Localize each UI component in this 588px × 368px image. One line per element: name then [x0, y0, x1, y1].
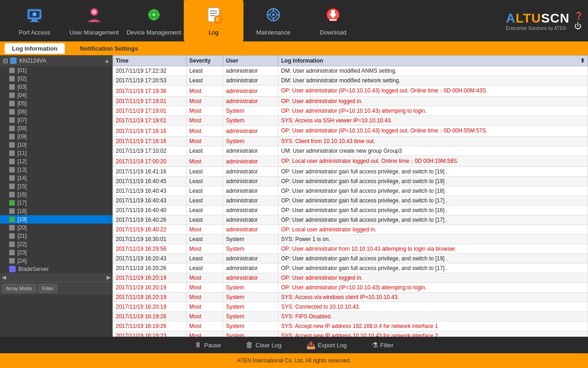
- table-row[interactable]: 2017/11/19 17:19:36 Most administrator O…: [113, 86, 588, 97]
- table-row[interactable]: 2017/11/19 17:00:20 Most administrator O…: [113, 156, 588, 167]
- cell-time: 2017/11/19 17:19:01: [113, 97, 187, 106]
- cell-severity: Least: [187, 167, 223, 177]
- table-row[interactable]: 2017/11/19 17:19:01 Most System OP: User…: [113, 106, 588, 116]
- cell-info: SYS: Client from 10.10.10.43 time out.: [278, 137, 588, 146]
- nav-port-access[interactable]: Port Access: [5, 0, 64, 41]
- sidebar-item-08[interactable]: [08]: [0, 124, 113, 132]
- tab-notification-settings[interactable]: Notification Settings: [73, 43, 145, 54]
- table-row[interactable]: 2017/11/19 16:40:40 Least administrator …: [113, 206, 588, 215]
- tab-log-information[interactable]: Log Information: [5, 43, 65, 54]
- table-row[interactable]: 2017/11/19 16:19:23 Most System SYS: Acc…: [113, 331, 588, 337]
- table-row[interactable]: 2017/11/19 16:19:26 Most System SYS: Acc…: [113, 322, 588, 331]
- filter-button[interactable]: ⚗ Filter: [366, 339, 399, 351]
- table-row[interactable]: 2017/11/19 16:40:43 Least administrator …: [113, 186, 588, 196]
- cell-severity: Most: [187, 97, 223, 106]
- sidebar-item-23[interactable]: [23]: [0, 248, 113, 257]
- table-row[interactable]: 2017/11/19 16:20:19 Most System SYS: Con…: [113, 302, 588, 312]
- sidebar-item-09[interactable]: [09]: [0, 132, 113, 141]
- cell-severity: Most: [187, 116, 223, 126]
- sidebar-scroll-up[interactable]: ▲: [104, 58, 110, 64]
- sidebar-item-12[interactable]: [12]: [0, 157, 113, 166]
- maintenance-icon: [264, 6, 283, 27]
- port-icon: [9, 126, 15, 131]
- sidebar-item-10[interactable]: [10]: [0, 141, 113, 149]
- sidebar-item-22[interactable]: [22]: [0, 240, 113, 248]
- table-row[interactable]: 2017/11/19 16:20:19 Most System OP: User…: [113, 283, 588, 293]
- help-icon[interactable]: ❓: [574, 12, 583, 20]
- sidebar-item-16[interactable]: [16]: [0, 190, 113, 199]
- cell-info: DM: User administrator modified network …: [278, 76, 588, 86]
- nav-user-management[interactable]: User Management: [64, 0, 124, 41]
- port-icon: [9, 150, 15, 156]
- sidebar-item-05[interactable]: [05]: [0, 99, 113, 108]
- cell-info: OP: User administrator (IP=10.10.10.43) …: [278, 86, 588, 97]
- log-area: Time Severity User Log Information ⬆ 201…: [113, 55, 588, 337]
- nav-maintenance[interactable]: Maintenance: [243, 0, 303, 41]
- sidebar-item-19[interactable]: [19]: [0, 215, 113, 224]
- table-row[interactable]: 2017/11/19 16:19:26 Most System SYS: FIP…: [113, 312, 588, 322]
- export-icon[interactable]: ⬆: [580, 58, 585, 64]
- sidebar-item-06[interactable]: [06]: [0, 108, 113, 116]
- table-row[interactable]: 2017/11/19 16:40:45 Least administrator …: [113, 177, 588, 186]
- sidebar-item-24[interactable]: [24]: [0, 257, 113, 265]
- nav-log[interactable]: i Log: [184, 0, 243, 41]
- sidebar-item-17[interactable]: [17]: [0, 199, 113, 207]
- table-row[interactable]: 2017/11/19 17:10:02 Least administrator …: [113, 146, 588, 156]
- port-icon: [9, 250, 15, 255]
- table-row[interactable]: 2017/11/19 16:20:19 Most administrator O…: [113, 273, 588, 283]
- port-icon: [9, 258, 15, 264]
- array-mode-button[interactable]: Array Mode: [2, 284, 36, 293]
- table-row[interactable]: 2017/11/19 17:19:01 Most System SYS: Acc…: [113, 116, 588, 126]
- table-row[interactable]: 2017/11/19 17:22:32 Least administrator …: [113, 66, 588, 76]
- table-row[interactable]: 2017/11/19 17:19:01 Most administrator O…: [113, 97, 588, 106]
- sidebar-item-04[interactable]: [04]: [0, 91, 113, 99]
- power-icon[interactable]: ⏻: [574, 22, 583, 30]
- sidebar-item-label: [17]: [17, 200, 27, 206]
- export-log-button[interactable]: 📤 Export Log: [301, 339, 352, 351]
- sidebar-item-11[interactable]: [11]: [0, 149, 113, 157]
- cell-severity: Most: [187, 106, 223, 116]
- sidebar-item-03[interactable]: [03]: [0, 83, 113, 91]
- nav-log-label: Log: [209, 29, 219, 36]
- sidebar-item-21[interactable]: [21]: [0, 232, 113, 240]
- cell-info: UM: User administrator create new group …: [278, 146, 588, 156]
- nav-device-management[interactable]: Device Management: [124, 0, 184, 41]
- pause-button[interactable]: ⏸ Pause: [189, 339, 226, 351]
- sidebar-item-blade[interactable]: BladeServer: [0, 265, 113, 273]
- sidebar-item-18[interactable]: [18]: [0, 207, 113, 215]
- sidebar-item-20[interactable]: [20]: [0, 224, 113, 232]
- sidebar-item-13[interactable]: [13]: [0, 166, 113, 174]
- table-row[interactable]: 2017/11/19 16:29:56 Most System OP: User…: [113, 244, 588, 254]
- svg-rect-11: [153, 18, 154, 20]
- sidebar-item-07[interactable]: [07]: [0, 116, 113, 124]
- sidebar-filter-button[interactable]: Filter: [38, 284, 57, 293]
- sidebar-item-01[interactable]: [01]: [0, 66, 113, 75]
- cell-time: 2017/11/19 16:40:22: [113, 225, 187, 235]
- table-row[interactable]: 2017/11/19 17:16:16 Most administrator O…: [113, 126, 588, 137]
- sidebar-item-label: [12]: [17, 158, 27, 165]
- log-table-wrapper[interactable]: Time Severity User Log Information ⬆ 201…: [113, 55, 588, 337]
- cell-user: administrator: [223, 86, 278, 97]
- table-row[interactable]: 2017/11/19 16:30:01 Least System SYS: Po…: [113, 235, 588, 244]
- table-row[interactable]: 2017/11/19 16:20:43 Least administrator …: [113, 254, 588, 264]
- sidebar-left-arrow[interactable]: ◀: [2, 274, 6, 281]
- cell-user: System: [223, 106, 278, 116]
- blade-icon: [9, 266, 16, 272]
- sidebar-item-15[interactable]: [15]: [0, 182, 113, 190]
- table-row[interactable]: 2017/11/19 17:16:16 Most System SYS: Cli…: [113, 137, 588, 146]
- sidebar-right-arrow[interactable]: ▶: [107, 274, 111, 281]
- sidebar-item-14[interactable]: [14]: [0, 174, 113, 182]
- table-row[interactable]: 2017/11/19 16:40:43 Least administrator …: [113, 196, 588, 206]
- cell-user: administrator: [223, 273, 278, 283]
- table-row[interactable]: 2017/11/19 16:40:22 Most administrator O…: [113, 225, 588, 235]
- clear-log-button[interactable]: 🗑 Clear Log: [240, 339, 287, 351]
- table-row[interactable]: 2017/11/19 16:20:26 Least administrator …: [113, 264, 588, 273]
- cell-user: administrator: [223, 206, 278, 215]
- table-row[interactable]: 2017/11/19 16:20:19 Most System SYS: Acc…: [113, 293, 588, 302]
- table-row[interactable]: 2017/11/19 17:20:53 Least administrator …: [113, 76, 588, 86]
- table-row[interactable]: 2017/11/19 16:41:16 Least administrator …: [113, 167, 588, 177]
- sidebar-item-02[interactable]: [02]: [0, 75, 113, 83]
- table-row[interactable]: 2017/11/19 16:40:26 Least administrator …: [113, 215, 588, 225]
- nav-download[interactable]: Download: [303, 0, 363, 41]
- collapse-icon[interactable]: ⊟: [3, 57, 8, 64]
